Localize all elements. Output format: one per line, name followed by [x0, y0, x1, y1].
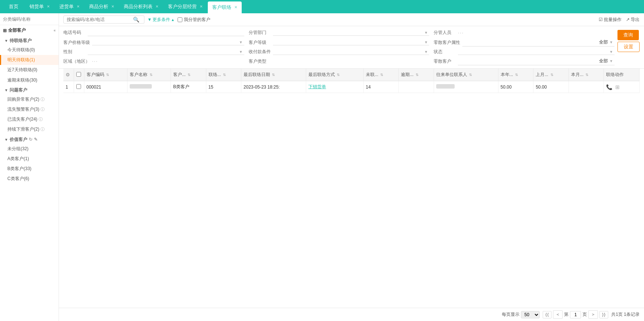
filter-customer-grade: 客户等级 ▼ [249, 39, 430, 46]
payment-select[interactable]: ▼ [273, 49, 430, 55]
set-button[interactable]: 设置 [617, 42, 640, 52]
last-page-button[interactable]: ⟩⟩ [599, 311, 608, 318]
query-button[interactable]: 查询 [617, 30, 639, 40]
sidebar-item-lost[interactable]: 已流失客户(24) ⓘ [0, 114, 59, 124]
area-label: 区域（地区） [63, 58, 90, 65]
cell-last-method[interactable]: 下销货单 [306, 81, 364, 93]
sort-icon-this-month: ⇅ [585, 73, 588, 77]
sidebar-item-abnormal[interactable]: 回购异常客户(2) ⓘ [0, 94, 59, 104]
customer-grade-select[interactable]: ▼ [273, 39, 430, 45]
nav-customer-tier[interactable]: 客户分层经营 ✕ [164, 0, 207, 13]
next-page-button[interactable]: ＞ [588, 310, 598, 319]
col-last-month[interactable]: 上月... ⇅ [533, 69, 569, 81]
nav-product-analysis[interactable]: 商品分析 ✕ [85, 0, 119, 13]
filter-customer-level: 客户价格等级 ▼ [63, 39, 244, 46]
gear-icon[interactable]: ⚙ [66, 72, 70, 77]
status-select[interactable]: ▼ [458, 49, 615, 55]
cell-this-month [568, 81, 604, 93]
col-uncontacted[interactable]: 未联... ⇅ [363, 69, 399, 81]
sort-icon-year: ⇅ [515, 73, 518, 77]
col-checkbox[interactable] [74, 69, 84, 81]
refresh-icon[interactable]: ↻ [29, 137, 32, 142]
filter-icon: ▼ [147, 17, 152, 22]
more-filter-button[interactable]: ▼ 更多条件 ▲ [147, 17, 175, 23]
last-method-link[interactable]: 下销货单 [308, 84, 326, 89]
cell-checkbox[interactable] [74, 81, 84, 93]
nav-customer-contact[interactable]: 客户联络 ✕ [208, 1, 242, 13]
row-checkbox[interactable] [76, 84, 81, 89]
filter-buttons: 查询 设置 [617, 29, 640, 52]
all-customers-title[interactable]: ⊞ 全部客户 « [0, 25, 59, 36]
col-contact-count[interactable]: 联络... ⇅ [206, 69, 241, 81]
sidebar-item-ungrouped[interactable]: 未分组(32) [0, 144, 59, 154]
sidebar-item-class-c[interactable]: C类客户(6) [0, 174, 59, 184]
area-more-icon[interactable]: ··· [92, 59, 98, 64]
sidebar-item-today[interactable]: 今天待联络(0) [0, 45, 59, 55]
sidebar-item-class-b[interactable]: B类客户(33) [0, 164, 59, 174]
payment-label: 收付款条件 [249, 49, 271, 55]
nav-home[interactable]: 首页 [3, 0, 24, 13]
col-this-month[interactable]: 本月... ⇅ [568, 69, 604, 81]
export-button[interactable]: ↗ 导出 [626, 17, 640, 23]
customer-level-select[interactable]: ▼ [92, 39, 244, 45]
filter-row-3: 性别 ▼ 收付款条件 ▼ 状态 [63, 49, 615, 55]
nav-product-analysis-list[interactable]: 商品分析列表 ✕ [119, 0, 163, 13]
my-customers-checkbox-label[interactable]: 我分管的客户 [178, 17, 210, 23]
nav-purchase-close[interactable]: ✕ [77, 0, 80, 13]
sidebar-item-7days[interactable]: 近7天待联络(0) [0, 65, 59, 75]
nav-customer-contact-close[interactable]: ✕ [234, 1, 237, 13]
col-last-date[interactable]: 最后联络日期 ⇅ [241, 69, 306, 81]
phone-input[interactable] [88, 29, 244, 36]
cell-overdue [399, 81, 434, 93]
search-input[interactable] [67, 17, 133, 22]
cell-contact-person [434, 81, 498, 93]
col-year-amount[interactable]: 本年... ⇅ [498, 69, 533, 81]
prev-page-button[interactable]: ＜ [553, 310, 563, 319]
grid-action-icon[interactable]: ⊞ [615, 84, 620, 90]
nav-sale[interactable]: 销货单 ✕ [25, 0, 54, 13]
col-contact-person[interactable]: 往来单位联系人 ⇅ [434, 69, 498, 81]
retail-customer-select[interactable]: 全部 ▼ [458, 57, 615, 65]
edit-icon[interactable]: ✎ [34, 137, 38, 142]
gender-select[interactable]: ▼ [88, 49, 244, 55]
page-size-select[interactable]: 50 100 200 [521, 311, 540, 318]
problem-customer-group[interactable]: ▼ 问题客户 [0, 85, 59, 94]
my-customers-checkbox[interactable] [178, 17, 182, 22]
dept-select[interactable]: ▼ [273, 30, 430, 36]
phone-action-icon[interactable]: 📞 [606, 84, 612, 90]
pending-contact-group[interactable]: ▼ 待联络客户 [0, 36, 59, 45]
batch-button[interactable]: ☑ 批量操作 [599, 17, 622, 23]
sidebar-item-warning[interactable]: 流失预警客户(3) ⓘ [0, 104, 59, 114]
select-all-checkbox[interactable] [76, 72, 81, 77]
customer-level-label: 客户价格等级 [63, 39, 90, 46]
sort-icon-name: ⇅ [150, 73, 153, 77]
col-code[interactable]: 客户编码 ⇅ [84, 69, 127, 81]
content-area: 🔍 ▼ 更多条件 ▲ 我分管的客户 ☑ 批量操作 ↗ 导出 [59, 13, 644, 321]
col-last-method[interactable]: 最后联络方式 ⇅ [306, 69, 364, 81]
col-type[interactable]: 客户... ⇅ [171, 69, 206, 81]
col-settings[interactable]: ⚙ [63, 69, 74, 81]
sidebar-search-input[interactable] [3, 17, 58, 22]
sidebar-item-tomorrow[interactable]: 明天待联络(1) [0, 55, 59, 65]
chevron-down-icon-3: ▼ [424, 40, 428, 44]
sidebar-item-declining[interactable]: 持续下滑客户(2) ⓘ [0, 124, 59, 134]
page-number-input[interactable] [570, 311, 581, 318]
nav-purchase[interactable]: 进货单 ✕ [55, 0, 84, 13]
manager-more-icon[interactable]: ··· [458, 30, 464, 35]
col-overdue[interactable]: 逾期... ⇅ [399, 69, 434, 81]
search-icon[interactable]: 🔍 [133, 17, 139, 23]
toolbar: 🔍 ▼ 更多条件 ▲ 我分管的客户 ☑ 批量操作 ↗ 导出 [59, 13, 644, 26]
first-page-button[interactable]: ⟨⟨ [543, 311, 552, 318]
nav-product-analysis-close[interactable]: ✕ [111, 0, 114, 13]
chevron-down-icon-8: ▼ [609, 59, 613, 63]
status-label: 状态 [434, 49, 456, 55]
nav-product-analysis-list-close[interactable]: ✕ [155, 0, 158, 13]
col-name[interactable]: 客户名称 ⇅ [127, 69, 171, 81]
sidebar-item-class-a[interactable]: A类客户(1) [0, 154, 59, 164]
sidebar-item-overdue[interactable]: 逾期未联络(30) [0, 75, 59, 85]
value-customer-group[interactable]: ▼ 价值客户 ↻ ✎ [0, 135, 59, 144]
nav-customer-tier-close[interactable]: ✕ [200, 0, 203, 13]
retail-attr-select[interactable]: 全部 ▼ [462, 38, 615, 46]
nav-sale-close[interactable]: ✕ [47, 0, 50, 13]
cell-last-date: 2023-05-23 18:25: [241, 81, 306, 93]
